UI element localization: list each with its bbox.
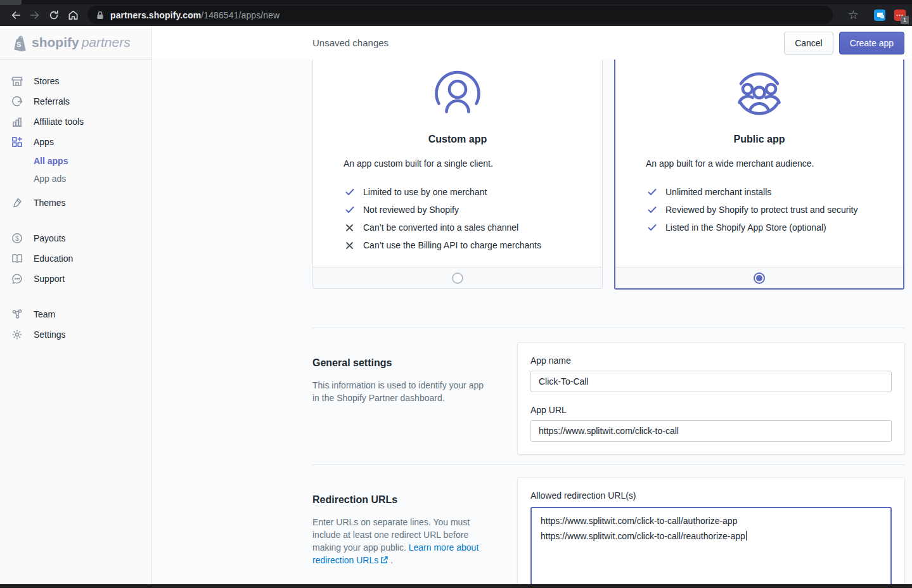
cancel-button[interactable]: Cancel (784, 32, 833, 54)
themes-icon (11, 196, 23, 209)
general-settings-description: This information is used to identify you… (312, 379, 490, 404)
sidebar-item-settings[interactable]: Settings (0, 324, 151, 345)
logo-wordmark: shopifypartners (32, 35, 131, 50)
sidebar-item-education[interactable]: Education (0, 248, 151, 269)
feature-row: Can’t be converted into a sales channel (345, 219, 602, 236)
bookmark-star-icon[interactable]: ☆ (848, 8, 859, 22)
redirection-urls-heading: Redirection URLs (312, 494, 490, 506)
check-icon (647, 222, 657, 233)
redirection-urls-section: Redirection URLs Enter URLs on separate … (312, 465, 904, 584)
redirection-urls-textarea[interactable]: https://www.splitwit.com/click-to-call/a… (530, 507, 892, 584)
payouts-icon: $ (11, 232, 23, 245)
check-icon (647, 187, 657, 197)
single-person-icon (431, 67, 484, 120)
extension-blue-icon[interactable] (874, 10, 885, 21)
forward-button[interactable] (25, 6, 44, 25)
public-app-description: An app built for a wide merchant audienc… (615, 158, 814, 169)
public-app-feature-list: Unlimited merchant installs Reviewed by … (615, 183, 903, 236)
custom-app-description: An app custom built for a single client. (313, 158, 493, 169)
general-settings-heading: General settings (312, 357, 490, 369)
sidebar-item-app-ads[interactable]: App ads (0, 170, 151, 188)
public-app-title: Public app (734, 134, 785, 145)
check-icon (345, 187, 355, 197)
team-icon (11, 308, 23, 321)
x-icon (345, 223, 355, 233)
url-path: /1486541/apps/new (201, 10, 279, 20)
app-url-label: App URL (530, 405, 892, 415)
custom-app-title: Custom app (428, 134, 487, 145)
referrals-icon (11, 95, 23, 108)
feature-row: Listed in the Shopify App Store (optiona… (647, 219, 903, 236)
sidebar-item-affiliate-tools[interactable]: Affiliate tools (0, 112, 151, 132)
custom-app-feature-list: Limited to use by one merchant Not revie… (313, 183, 602, 254)
app-url-input[interactable] (530, 420, 892, 442)
sidebar-item-referrals[interactable]: Referrals (0, 91, 151, 112)
sidebar-item-support[interactable]: Support (0, 269, 151, 289)
x-icon (345, 241, 355, 250)
bar-chart-icon (11, 115, 23, 128)
sidebar-nav: Stores Referrals Affiliate tools Apps Al… (0, 60, 151, 345)
external-link-icon (380, 554, 388, 567)
custom-app-radio[interactable] (452, 272, 463, 284)
shopify-partners-logo[interactable]: S shopifypartners (0, 26, 151, 60)
custom-app-card[interactable]: Custom app An app custom built for a sin… (312, 60, 603, 289)
ssl-lock-icon (96, 11, 104, 20)
app-type-chooser: Custom app An app custom built for a sin… (312, 60, 904, 290)
sidebar-item-themes[interactable]: Themes (0, 193, 151, 213)
public-app-card[interactable]: Public app An app built for a wide merch… (614, 60, 904, 290)
url-host: partners.shopify.com (110, 10, 201, 20)
public-app-radio-row[interactable] (615, 267, 903, 288)
general-settings-card: App name App URL (518, 343, 904, 454)
redirection-urls-description: Enter URLs on separate lines. You must i… (312, 516, 490, 567)
svg-text:S: S (16, 41, 21, 48)
redirect-url-line: https://www.splitwit.com/click-to-call/r… (541, 528, 882, 544)
home-button[interactable] (63, 6, 82, 25)
text-caret (746, 531, 747, 540)
redirection-urls-card: Allowed redirection URL(s) https://www.s… (518, 478, 904, 584)
browser-chrome: partners.shopify.com/1486541/apps/new ☆ … (0, 0, 912, 26)
sidebar-item-all-apps[interactable]: All apps (0, 152, 151, 170)
url-text: partners.shopify.com/1486541/apps/new (110, 10, 279, 20)
svg-text:$: $ (15, 235, 19, 242)
support-chat-icon (11, 272, 23, 285)
feature-row: Unlimited merchant installs (647, 183, 903, 201)
store-icon (11, 75, 23, 87)
feature-row: Reviewed by Shopify to protect trust and… (647, 201, 903, 219)
sidebar-item-apps[interactable]: Apps (0, 132, 151, 152)
extension-red-icon[interactable]: ... 1 (894, 10, 906, 21)
custom-app-radio-row[interactable] (313, 267, 602, 288)
feature-row: Not reviewed by Shopify (345, 201, 602, 219)
page-header: Unsaved changes Cancel Create app (152, 26, 912, 60)
reload-button[interactable] (44, 6, 63, 25)
check-icon (647, 205, 657, 215)
create-app-button[interactable]: Create app (839, 32, 904, 54)
people-group-icon (733, 67, 786, 120)
back-button[interactable] (6, 6, 25, 25)
app-name-label: App name (530, 355, 892, 366)
apps-icon (11, 136, 23, 148)
general-settings-section: General settings This information is use… (312, 328, 904, 454)
redirect-url-line: https://www.splitwit.com/click-to-call/a… (541, 513, 882, 528)
extension-badge: 1 (901, 16, 909, 24)
sidebar: S shopifypartners Stores Referrals Affil… (0, 26, 152, 584)
address-bar[interactable]: partners.shopify.com/1486541/apps/new (87, 6, 833, 24)
settings-gear-icon (11, 328, 23, 341)
browser-tab-stub (0, 0, 22, 5)
app-name-input[interactable] (530, 371, 892, 392)
feature-row: Can’t use the Billing API to charge merc… (345, 236, 602, 254)
sidebar-item-team[interactable]: Team (0, 304, 151, 324)
sidebar-item-payouts[interactable]: $ Payouts (0, 228, 151, 248)
chrome-top-strip (0, 0, 912, 4)
unsaved-changes-status: Unsaved changes (312, 37, 389, 48)
bottom-window-edge (0, 584, 912, 588)
check-icon (345, 205, 355, 215)
sidebar-item-stores[interactable]: Stores (0, 71, 151, 91)
education-icon (11, 252, 23, 265)
allowed-redirection-urls-label: Allowed redirection URL(s) (530, 490, 892, 501)
public-app-radio[interactable] (754, 272, 765, 284)
feature-row: Limited to use by one merchant (345, 183, 602, 201)
shopify-bag-icon: S (11, 34, 27, 52)
page-content: Custom app An app custom built for a sin… (152, 60, 912, 584)
